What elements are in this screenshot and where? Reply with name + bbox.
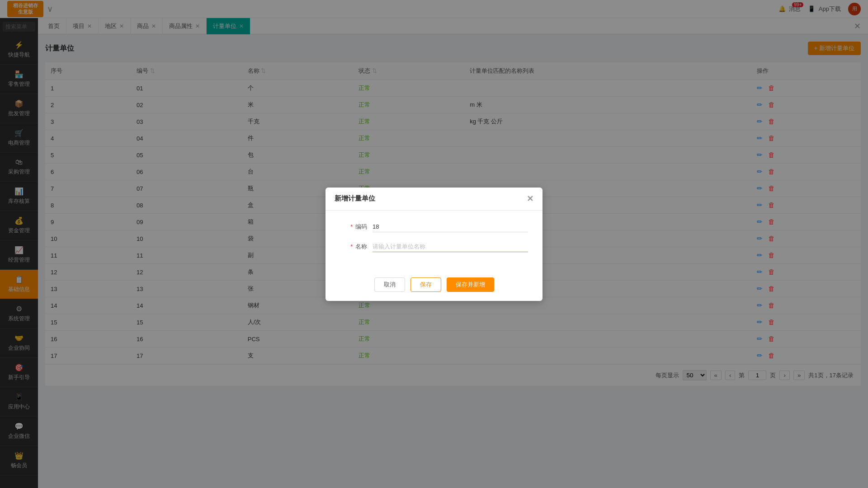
save-and-new-button[interactable]: 保存并新增 — [447, 277, 494, 292]
modal-footer: 取消 保存 保存并新增 — [326, 272, 542, 301]
name-form-row: * 名称 — [340, 241, 528, 252]
code-label: * 编码 — [340, 223, 367, 231]
name-input[interactable] — [373, 241, 528, 252]
modal-header: 新增计量单位 ✕ — [326, 188, 542, 211]
cancel-button[interactable]: 取消 — [374, 277, 405, 292]
modal-body: * 编码 * 名称 — [326, 211, 542, 272]
name-label: * 名称 — [340, 243, 367, 251]
modal-close-button[interactable]: ✕ — [527, 194, 533, 204]
code-form-row: * 编码 — [340, 221, 528, 232]
modal-overlay[interactable]: 新增计量单位 ✕ * 编码 * 名称 取消 保存 保存并新增 — [0, 0, 868, 488]
code-input[interactable] — [373, 221, 528, 232]
save-button[interactable]: 保存 — [410, 277, 441, 292]
modal-title: 新增计量单位 — [335, 194, 375, 203]
add-uom-modal: 新增计量单位 ✕ * 编码 * 名称 取消 保存 保存并新增 — [326, 188, 542, 301]
